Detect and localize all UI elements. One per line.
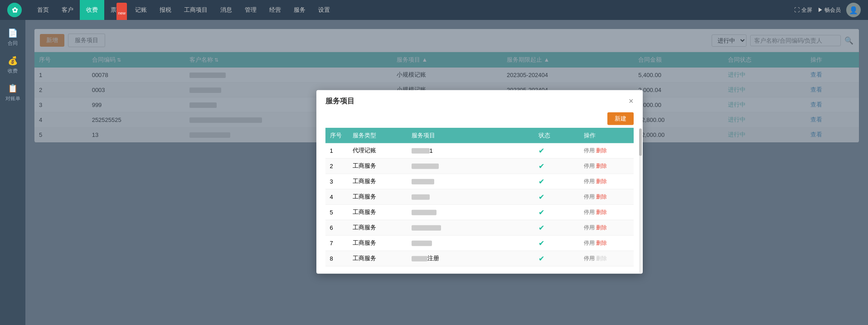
nav-home[interactable]: 首页	[31, 0, 55, 20]
delete-btn[interactable]: 删除	[596, 177, 607, 185]
sidebar-item-label-fee: 收费	[8, 68, 18, 74]
nav-mgmt[interactable]: 管理	[238, 0, 263, 20]
main-content: 新增 服务项目 进行中 已完成 已终止 🔍 序号 合同编码 客户名称	[25, 20, 868, 325]
dialog-table-row: 6 工商服务 ✔ 停用 删除	[325, 220, 634, 235]
dialog-table-row: 3 工商服务 ✔ 停用 删除	[325, 174, 634, 189]
stop-btn[interactable]: 停用	[584, 162, 595, 170]
stop-btn[interactable]: 停用	[584, 254, 595, 262]
dialog-close-button[interactable]: ×	[629, 97, 634, 105]
sidebar: 📄 合同 💰 收费 📋 对账单	[0, 20, 25, 325]
delete-btn[interactable]: 删除	[596, 193, 607, 200]
nav-bill[interactable]: 票据 new	[104, 0, 129, 20]
avatar[interactable]: 👤	[846, 3, 861, 17]
sidebar-item-fee[interactable]: 💰 收费	[1, 52, 24, 78]
nav-service[interactable]: 服务	[287, 0, 312, 20]
delete-btn[interactable]: 删除	[596, 208, 607, 216]
dialog-toolbar: 新建	[316, 109, 643, 127]
dcol-no: 序号	[325, 127, 348, 143]
dialog-title: 服务项目	[325, 96, 354, 106]
nav-ops[interactable]: 经营	[263, 0, 287, 20]
dialog-table-row: 8 工商服务 注册 ✔ 停用 删除	[325, 251, 634, 266]
sidebar-item-label-contract: 合同	[8, 40, 18, 47]
dcol-item: 服务项目	[407, 127, 534, 143]
dialog-table-wrap: 序号 服务类型 服务项目 状态 操作 1 代理记账 1 ✔	[316, 127, 643, 273]
dcol-type: 服务类型	[348, 127, 407, 143]
delete-btn[interactable]: 删除	[596, 146, 607, 154]
delete-btn[interactable]: 删除	[596, 223, 607, 231]
delete-btn[interactable]: 删除	[596, 254, 607, 262]
fee-icon: 💰	[8, 56, 18, 66]
stop-btn[interactable]: 停用	[584, 193, 595, 200]
member-btn[interactable]: ▶ 畅会员	[818, 6, 841, 14]
nav-fee[interactable]: 收费	[80, 0, 104, 20]
scrollbar-thumb[interactable]	[639, 128, 642, 155]
scrollbar[interactable]	[639, 127, 642, 273]
dialog-header: 服务项目 ×	[316, 90, 643, 109]
dialog-table-row: 5 工商服务 ✔ 停用 删除	[325, 204, 634, 220]
stop-btn[interactable]: 停用	[584, 239, 595, 247]
sidebar-item-contract[interactable]: 📄 合同	[1, 24, 24, 50]
statement-icon: 📋	[8, 83, 18, 93]
dialog-table: 序号 服务类型 服务项目 状态 操作 1 代理记账 1 ✔	[325, 127, 634, 266]
fullscreen-btn[interactable]: ⛶ 全屏	[794, 6, 812, 14]
top-nav: ✿ 首页 客户 收费 票据 new 记账 报税 工商项目 消息 管理 经营 服务…	[0, 0, 868, 20]
dcol-action: 操作	[579, 127, 634, 143]
layout: 📄 合同 💰 收费 📋 对账单 新增 服务项目 进行中 已完成 已终止	[0, 20, 868, 325]
dialog-table-row: 1 代理记账 1 ✔ 停用 删除	[325, 143, 634, 158]
dcol-status: 状态	[534, 127, 579, 143]
service-dialog: 服务项目 × 新建 序号 服务类型 服务项目 状态 操作	[316, 90, 643, 273]
logo: ✿	[7, 3, 22, 17]
right-actions: ⛶ 全屏 ▶ 畅会员 👤	[794, 3, 861, 17]
nav-settings[interactable]: 设置	[312, 0, 336, 20]
dialog-table-row: 7 工商服务 ✔ 停用 删除	[325, 235, 634, 251]
stop-btn[interactable]: 停用	[584, 208, 595, 216]
nav-client[interactable]: 客户	[55, 0, 80, 20]
sidebar-item-label-statement: 对账单	[5, 95, 20, 102]
dialog-table-row: 2 工商服务 ✔ 停用 删除	[325, 158, 634, 174]
delete-btn[interactable]: 删除	[596, 162, 607, 170]
dialog-table-row: 4 工商服务 ✔ 停用 删除	[325, 189, 634, 204]
contract-icon: 📄	[8, 28, 18, 38]
stop-btn[interactable]: 停用	[584, 177, 595, 185]
nav-msg[interactable]: 消息	[214, 0, 238, 20]
nav-account[interactable]: 记账	[129, 0, 153, 20]
stop-btn[interactable]: 停用	[584, 223, 595, 231]
sidebar-item-statement[interactable]: 📋 对账单	[1, 80, 24, 106]
stop-btn[interactable]: 停用	[584, 146, 595, 154]
dialog-new-button[interactable]: 新建	[607, 112, 634, 125]
nav-biz[interactable]: 工商项目	[178, 0, 214, 20]
delete-btn[interactable]: 删除	[596, 239, 607, 247]
nav-tax[interactable]: 报税	[153, 0, 178, 20]
